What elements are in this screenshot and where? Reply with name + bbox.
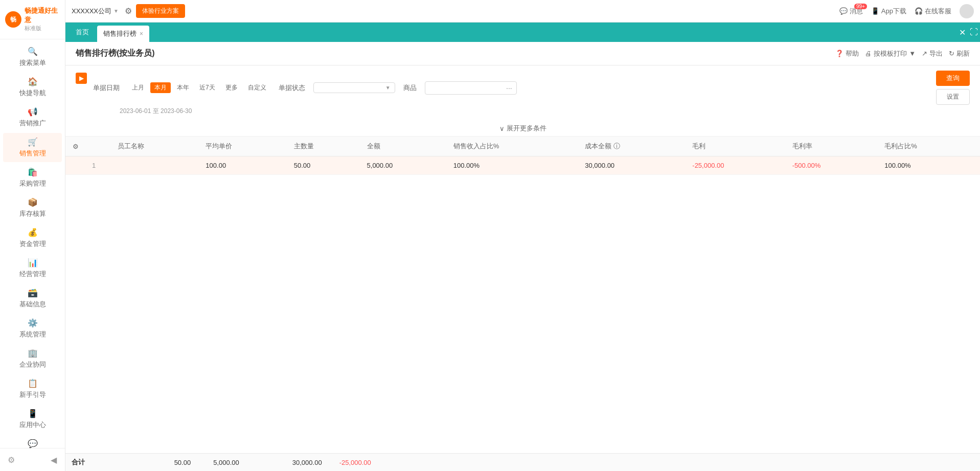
finance-icon: 💰: [28, 228, 38, 238]
notification-badge: 99+: [854, 4, 867, 9]
expand-more-conditions[interactable]: ∨ 展开更多条件: [65, 121, 980, 137]
tab-sales-ranking[interactable]: 销售排行榜 ×: [97, 26, 149, 42]
export-button[interactable]: ↗ 导出: [922, 49, 943, 58]
sidebar-item-basic[interactable]: 🗃️ 基础信息: [3, 284, 62, 313]
guide-icon: 📋: [28, 378, 38, 389]
cell-gross-profit: -25,000.00: [686, 156, 786, 175]
date-tab-current-year[interactable]: 本年: [173, 82, 193, 93]
headset-icon: 🎧: [915, 7, 923, 15]
page-title: 销售排行榜(按业务员): [76, 48, 155, 65]
sidebar-item-appstore[interactable]: 📱 应用中心: [3, 405, 62, 434]
col-header-cost: 成本全额 ⓘ: [579, 137, 686, 156]
filter-row-1: 单据日期 上月 本月 本年 近7天 更多 自定义 单据状态 ▼: [93, 71, 970, 105]
print-button[interactable]: 🖨 按模板打印 ▼: [865, 49, 916, 58]
sidebar-item-sales[interactable]: 🛒 销售管理: [3, 133, 62, 162]
footer-amount: 5,000.00: [207, 459, 245, 466]
message-icon: 💬: [839, 7, 848, 15]
tab-home[interactable]: 首页: [67, 23, 97, 42]
filter-main: 单据日期 上月 本月 本年 近7天 更多 自定义 单据状态 ▼: [93, 71, 970, 116]
filter-toggle[interactable]: ▶: [76, 73, 87, 84]
header-settings-icon[interactable]: ⚙: [125, 6, 132, 16]
table-row: 1 100.00 50.00 5,000.00 100.00% 30,000.0…: [65, 156, 980, 175]
sidebar-item-operations[interactable]: 📊 经营管理: [3, 254, 62, 283]
sidebar-item-system[interactable]: ⚙️ 系统管理: [3, 314, 62, 343]
col-header-amount: 全额: [361, 137, 447, 156]
tab-bar-actions: ✕ ⛶: [959, 28, 978, 37]
date-tab-7-days[interactable]: 近7天: [195, 82, 219, 93]
app-logo: 畅 畅捷通好生意 标准版: [0, 0, 65, 39]
cell-avg-price: 100.00: [199, 156, 287, 175]
help-icon: ❓: [835, 50, 844, 57]
sidebar-item-wechat[interactable]: 💬 企业微信: [3, 435, 62, 448]
system-icon: ⚙️: [28, 318, 38, 328]
trial-button[interactable]: 体验行业方案: [136, 4, 185, 18]
logo-icon: 畅: [5, 10, 21, 29]
notification-button[interactable]: 💬 消息 99+: [839, 7, 863, 16]
col-header-quantity: 主数量: [288, 137, 361, 156]
sidebar-nav: 🔍 搜索菜单 🏠 快捷导航 📢 营销推广 🛒 销售管理 🛍️ 采购管理 📦 库存…: [0, 39, 65, 448]
footer-quantity: 50.00: [168, 459, 197, 466]
sidebar-item-guide[interactable]: 📋 新手引导: [3, 374, 62, 403]
query-settings-group: 查询 设置: [936, 71, 970, 105]
appstore-icon: 📱: [28, 409, 38, 419]
status-filter-label: 单据状态: [279, 83, 305, 93]
tab-maximize-icon[interactable]: ⛶: [970, 28, 978, 37]
col-header-rank: [86, 137, 111, 156]
cell-cost: 30,000.00: [579, 156, 686, 175]
date-tab-prev-month[interactable]: 上月: [128, 82, 148, 93]
col-header-gross-profit: 毛利: [686, 137, 786, 156]
sidebar-item-shortcut[interactable]: 🏠 快捷导航: [3, 73, 62, 102]
cell-employee: [111, 156, 199, 175]
tab-close-window-icon[interactable]: ✕: [959, 28, 966, 37]
sidebar-item-purchase[interactable]: 🛍️ 采购管理: [3, 163, 62, 192]
col-header-sales-ratio: 销售收入占比%: [447, 137, 579, 156]
sidebar-item-inventory[interactable]: 📦 库存核算: [3, 193, 62, 222]
date-tab-more[interactable]: 更多: [221, 82, 242, 93]
top-header: XXXXXX公司 ▼ ⚙ 体验行业方案 💬 消息 99+ 📱 App下载 🎧 在…: [65, 0, 980, 23]
col-header-gross-ratio: 毛利占比%: [878, 137, 980, 156]
logo-text: 畅捷通好生意 标准版: [25, 6, 60, 33]
user-avatar[interactable]: [960, 4, 974, 18]
company-dropdown-icon: ▼: [113, 8, 119, 14]
date-tab-current-month[interactable]: 本月: [150, 82, 171, 93]
export-icon: ↗: [922, 50, 927, 57]
date-filter-label: 单据日期: [93, 83, 120, 93]
tab-close-icon[interactable]: ×: [140, 30, 143, 37]
goods-input-container[interactable]: ···: [425, 81, 517, 95]
cell-gross-ratio: 100.00%: [878, 156, 980, 175]
footer-spacer-1: [97, 459, 117, 466]
col-header-avg-price: 平均单价: [199, 137, 287, 156]
filter-arrow-icon[interactable]: ▶: [76, 73, 87, 84]
company-selector[interactable]: XXXXXX公司 ▼: [72, 7, 119, 16]
cell-quantity: 50.00: [288, 156, 361, 175]
sidebar-settings-btn[interactable]: ⚙: [4, 453, 18, 467]
sidebar-item-search[interactable]: 🔍 搜索菜单: [3, 42, 62, 72]
online-support-button[interactable]: 🎧 在线客服: [915, 7, 951, 16]
sidebar-item-finance[interactable]: 💰 资金管理: [3, 223, 62, 253]
inventory-icon: 📦: [28, 197, 38, 208]
chevron-down-icon: ∨: [499, 125, 505, 132]
goods-more-icon[interactable]: ···: [506, 84, 512, 92]
app-download-button[interactable]: 📱 App下载: [871, 7, 906, 16]
help-button[interactable]: ❓ 帮助: [835, 49, 859, 58]
settings-side-button[interactable]: 设置: [936, 89, 970, 105]
sales-icon: 🛒: [28, 137, 38, 147]
sidebar-item-marketing[interactable]: 📢 营销推广: [3, 103, 62, 132]
query-button[interactable]: 查询: [936, 71, 970, 86]
main-area: XXXXXX公司 ▼ ⚙ 体验行业方案 💬 消息 99+ 📱 App下载 🎧 在…: [65, 0, 980, 471]
svg-text:畅: 畅: [10, 16, 16, 23]
download-icon: 📱: [871, 7, 879, 15]
status-dropdown[interactable]: ▼: [313, 82, 395, 93]
date-tab-custom[interactable]: 自定义: [244, 82, 270, 93]
page-actions: ❓ 帮助 🖨 按模板打印 ▼ ↗ 导出 ↻ 刷新: [835, 49, 970, 64]
wechat-icon: 💬: [28, 439, 38, 448]
header-right: 💬 消息 99+ 📱 App下载 🎧 在线客服: [839, 4, 974, 18]
refresh-icon: ↻: [949, 50, 954, 57]
page-content: 销售排行榜(按业务员) ❓ 帮助 🖨 按模板打印 ▼ ↗ 导出 ↻ 刷新: [65, 42, 980, 471]
refresh-button[interactable]: ↻ 刷新: [949, 49, 970, 58]
footer-total-label: 合计: [72, 458, 97, 467]
sidebar-item-enterprise[interactable]: 🏢 企业协同: [3, 344, 62, 373]
sidebar-collapse-btn[interactable]: ◀: [47, 453, 61, 467]
col-header-employee: 员工名称: [111, 137, 199, 156]
cell-gross-margin: -500.00%: [786, 156, 879, 175]
